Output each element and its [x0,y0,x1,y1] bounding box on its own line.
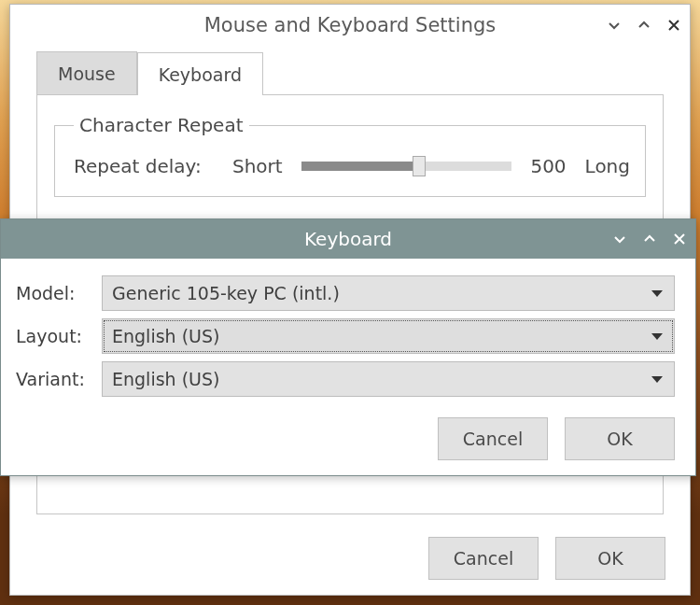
settings-title: Mouse and Keyboard Settings [204,14,497,36]
tabs-row: Mouse Keyboard [10,46,690,94]
slider-thumb[interactable] [413,156,426,176]
model-label: Model: [16,283,102,303]
tab-keyboard[interactable]: Keyboard [137,52,263,95]
repeat-delay-row: Repeat delay: Short 500 Long [74,155,630,177]
layout-label: Layout: [16,326,102,346]
settings-cancel-label: Cancel [454,548,513,569]
variant-label: Variant: [16,369,102,389]
keyboard-cancel-button[interactable]: Cancel [438,417,548,460]
tab-mouse-label: Mouse [58,63,116,84]
keyboard-ok-button[interactable]: OK [565,417,675,460]
variant-combo[interactable]: English (US) [102,361,675,397]
close-icon[interactable] [665,17,682,34]
repeat-delay-long: Long [585,155,630,177]
repeat-delay-label: Repeat delay: [74,155,214,177]
layout-value: English (US) [112,326,219,346]
keyboard-cancel-label: Cancel [463,429,523,449]
model-combo[interactable]: Generic 105-key PC (intl.) [102,275,675,311]
settings-cancel-button[interactable]: Cancel [428,537,539,580]
settings-button-row: Cancel OK [428,537,665,580]
variant-row: Variant: English (US) [16,358,675,401]
chevron-down-icon [651,333,663,340]
kbd-close-icon[interactable] [671,231,688,247]
settings-title-actions [606,5,682,46]
keyboard-ok-label: OK [607,429,632,449]
kbd-minimize-icon[interactable] [611,231,628,247]
slider-fill [301,162,419,171]
repeat-delay-short: Short [232,155,283,177]
keyboard-form: Model: Generic 105-key PC (intl.) Layout… [1,259,695,401]
character-repeat-legend: Character Repeat [74,114,249,136]
chevron-down-icon [651,376,663,383]
repeat-delay-slider[interactable] [301,162,512,171]
keyboard-button-row: Cancel OK [438,417,675,460]
layout-combo[interactable]: English (US) [102,318,675,354]
maximize-icon[interactable] [636,17,652,34]
settings-titlebar: Mouse and Keyboard Settings [10,5,690,46]
variant-value: English (US) [112,369,219,389]
model-value: Generic 105-key PC (intl.) [112,283,340,303]
character-repeat-group: Character Repeat Repeat delay: Short 500… [54,114,646,197]
keyboard-dialog: Keyboard Model: Generic 105-key PC (intl… [0,218,696,476]
keyboard-title: Keyboard [304,228,392,250]
layout-row: Layout: English (US) [16,315,675,358]
settings-ok-button[interactable]: OK [555,537,665,580]
chevron-down-icon [651,290,663,297]
kbd-maximize-icon[interactable] [641,231,658,247]
model-row: Model: Generic 105-key PC (intl.) [16,272,675,315]
tab-mouse[interactable]: Mouse [36,51,137,94]
keyboard-title-actions [611,219,688,259]
settings-ok-label: OK [597,548,623,569]
tab-keyboard-label: Keyboard [159,64,242,85]
repeat-delay-value: 500 [530,155,566,177]
keyboard-titlebar: Keyboard [1,219,695,259]
minimize-icon[interactable] [606,17,623,34]
